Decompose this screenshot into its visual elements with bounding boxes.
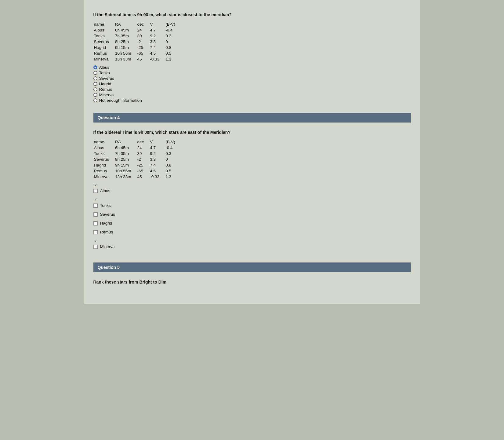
- col-v: V: [149, 21, 165, 27]
- table-row: Severus8h 25m-23.30: [93, 156, 181, 162]
- question3-options: AlbusTonksSeverusHagridRemusMinervaNot e…: [93, 65, 411, 103]
- table-cell: 39: [137, 33, 150, 39]
- checkbox-row[interactable]: Remus: [93, 230, 411, 234]
- question4-block: If the Sidereal Time is 9h 00m, which st…: [93, 127, 411, 259]
- answer-option[interactable]: Remus: [93, 87, 411, 92]
- table-row: Hagrid9h 15m-257.40.8: [93, 162, 181, 168]
- checkbox-box[interactable]: [93, 204, 98, 208]
- checkbox-item: Hagrid: [93, 221, 411, 226]
- checkbox-label: Hagrid: [100, 221, 112, 226]
- table-cell: -25: [137, 162, 150, 168]
- table-cell: Minerva: [93, 56, 115, 62]
- table-cell: Minerva: [93, 174, 115, 180]
- checkbox-row[interactable]: Minerva: [93, 244, 411, 249]
- radio-circle: [93, 87, 97, 91]
- table-row: Albus6h 45m244.7-0.4: [93, 145, 181, 151]
- question4-text: If the Sidereal Time is 9h 00m, which st…: [93, 130, 411, 135]
- table-cell: 0.5: [165, 168, 181, 174]
- question5-text: Rank these stars from Bright to Dim: [93, 280, 411, 284]
- checkmark: ✓: [94, 239, 411, 243]
- checkbox-row[interactable]: Severus: [93, 212, 411, 217]
- checkbox-label: Albus: [100, 189, 111, 193]
- question5-block: Rank these stars from Bright to Dim: [93, 277, 411, 295]
- table-cell: Tonks: [93, 151, 115, 156]
- table-row: Hagrid9h 15m-257.40.8: [93, 45, 181, 50]
- table-cell: 10h 56m: [114, 50, 137, 56]
- question5-header: Question 5: [93, 262, 411, 272]
- table-cell: Remus: [93, 168, 115, 174]
- table-cell: 7h 35m: [114, 33, 137, 39]
- answer-option[interactable]: Severus: [93, 76, 411, 81]
- option-label: Tonks: [99, 71, 110, 75]
- table-header-row: name RA dec V (B-V): [93, 21, 181, 27]
- col-dec: dec: [137, 21, 150, 27]
- table-row: Albus6h 45m244.7-0.4: [93, 27, 181, 33]
- table-cell: 0.3: [165, 33, 181, 39]
- table-cell: 24: [137, 27, 150, 33]
- checkbox-box[interactable]: [93, 245, 98, 249]
- col-bv: (B-V): [165, 21, 181, 27]
- table-cell: Remus: [93, 50, 115, 56]
- table-cell: 0.8: [165, 162, 181, 168]
- question3-table: name RA dec V (B-V) Albus6h 45m244.7-0.4…: [93, 21, 181, 62]
- table-cell: Albus: [93, 145, 115, 151]
- table-cell: Severus: [93, 156, 115, 162]
- question3-text: If the Sidereal time is 9h 00 m, which s…: [93, 12, 411, 17]
- table-cell: Albus: [93, 27, 115, 33]
- answer-option[interactable]: Not enough information: [93, 98, 411, 103]
- table-cell: 1.3: [165, 56, 181, 62]
- table-cell: 9.2: [149, 33, 165, 39]
- table-cell: -2: [137, 156, 150, 162]
- option-label: Hagrid: [99, 82, 111, 86]
- option-label: Not enough information: [99, 98, 142, 103]
- table-cell: -0.4: [165, 27, 181, 33]
- table-cell: 10h 56m: [114, 168, 137, 174]
- col-name: name: [93, 21, 115, 27]
- col-ra: RA: [114, 139, 137, 145]
- checkbox-item: ✓Minerva: [93, 239, 411, 249]
- table-cell: 4.5: [149, 50, 165, 56]
- table-cell: 7h 35m: [114, 151, 137, 156]
- answer-option[interactable]: Hagrid: [93, 82, 411, 86]
- table-cell: 0: [165, 156, 181, 162]
- content-area: If the Sidereal time is 9h 00 m, which s…: [84, 0, 420, 304]
- checkbox-box[interactable]: [93, 212, 98, 217]
- checkbox-box[interactable]: [93, 221, 98, 226]
- checkbox-row[interactable]: Albus: [93, 189, 411, 193]
- table-cell: 0: [165, 39, 181, 45]
- table-cell: 7.4: [149, 162, 165, 168]
- checkbox-row[interactable]: Tonks: [93, 203, 411, 208]
- table-row: Tonks7h 35m399.20.3: [93, 33, 181, 39]
- table-cell: 9h 15m: [114, 45, 137, 50]
- table-cell: 8h 25m: [114, 156, 137, 162]
- checkbox-item: ✓Albus: [93, 183, 411, 193]
- table-cell: -2: [137, 39, 150, 45]
- radio-circle: [93, 76, 97, 80]
- col-name: name: [93, 139, 115, 145]
- checkbox-box[interactable]: [93, 230, 98, 234]
- table-cell: 39: [137, 151, 150, 156]
- checkbox-box[interactable]: [93, 189, 98, 193]
- table-header-row: name RA dec V (B-V): [93, 139, 181, 145]
- table-cell: 8h 25m: [114, 39, 137, 45]
- table-cell: 3.3: [149, 156, 165, 162]
- table-cell: 13h 33m: [114, 56, 137, 62]
- checkbox-label: Minerva: [100, 244, 115, 249]
- table-cell: Tonks: [93, 33, 115, 39]
- option-label: Minerva: [99, 93, 114, 97]
- question4-header: Question 4: [93, 113, 411, 123]
- table-row: Minerva13h 33m45-0.331.3: [93, 56, 181, 62]
- table-cell: 0.3: [165, 151, 181, 156]
- checkmark: ✓: [94, 183, 411, 187]
- option-label: Remus: [99, 87, 112, 92]
- table-cell: 6h 45m: [114, 145, 137, 151]
- checkbox-label: Severus: [100, 212, 115, 217]
- answer-option[interactable]: Albus: [93, 65, 411, 70]
- checkbox-row[interactable]: Hagrid: [93, 221, 411, 226]
- table-cell: 6h 45m: [114, 27, 137, 33]
- radio-circle: [93, 82, 97, 86]
- checkbox-item: Severus: [93, 212, 411, 217]
- answer-option[interactable]: Minerva: [93, 93, 411, 97]
- col-ra: RA: [114, 21, 137, 27]
- answer-option[interactable]: Tonks: [93, 71, 411, 75]
